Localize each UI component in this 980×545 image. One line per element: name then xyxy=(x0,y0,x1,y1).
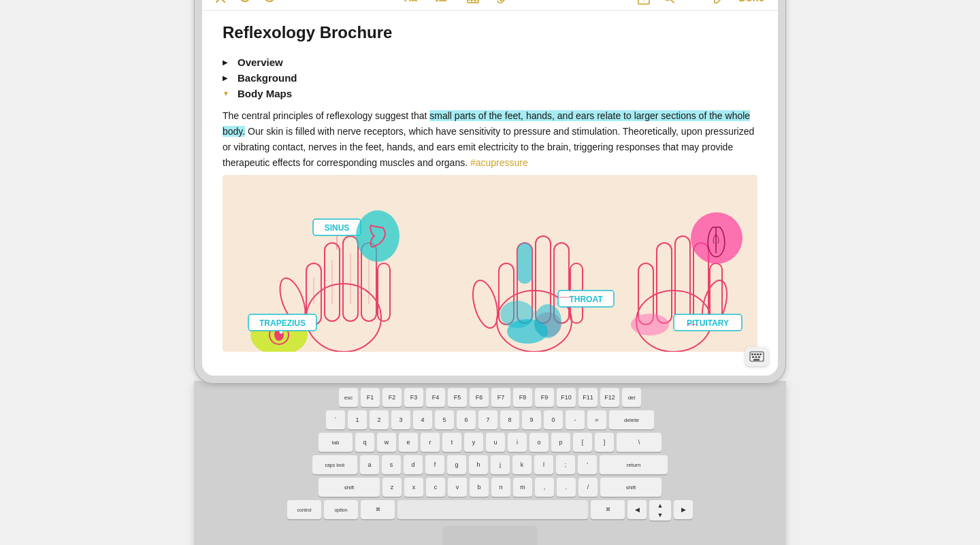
key-8[interactable]: 8 xyxy=(500,410,519,429)
svg-point-55 xyxy=(691,212,742,264)
key-n[interactable]: n xyxy=(491,478,510,497)
key-f5[interactable]: F5 xyxy=(448,388,467,407)
key-9[interactable]: 9 xyxy=(522,410,541,429)
key-backspace[interactable]: delete xyxy=(609,410,654,429)
key-f4[interactable]: F4 xyxy=(426,388,445,407)
svg-rect-66 xyxy=(757,354,759,356)
key-x[interactable]: x xyxy=(404,478,423,497)
key-rbracket[interactable]: ] xyxy=(595,433,614,452)
key-tab[interactable]: tab xyxy=(318,433,353,452)
key-caps[interactable]: caps lock xyxy=(312,455,357,474)
key-f[interactable]: f xyxy=(425,455,444,474)
key-left[interactable]: ◀ xyxy=(627,500,647,519)
key-f9[interactable]: F9 xyxy=(535,388,554,407)
key-up[interactable]: ▲ xyxy=(651,501,670,510)
svg-rect-6 xyxy=(468,0,478,3)
key-f12[interactable]: F12 xyxy=(600,388,619,407)
key-o[interactable]: o xyxy=(529,433,549,452)
key-f2[interactable]: F2 xyxy=(382,388,402,407)
key-space[interactable] xyxy=(397,500,588,519)
key-g[interactable]: g xyxy=(447,455,466,474)
key-shift-r[interactable]: shift xyxy=(600,478,662,497)
key-cmd-l[interactable]: ⌘ xyxy=(361,500,395,519)
key-f10[interactable]: F10 xyxy=(557,388,576,407)
key-i[interactable]: i xyxy=(508,433,527,452)
more-btn[interactable]: ··· xyxy=(685,0,703,6)
key-7[interactable]: 7 xyxy=(478,410,497,429)
redo-btn[interactable] xyxy=(261,0,278,5)
key-backslash[interactable]: \ xyxy=(617,433,662,452)
collapse-tool-btn[interactable] xyxy=(212,0,229,5)
key-m[interactable]: m xyxy=(513,478,532,497)
svg-text:SINUS: SINUS xyxy=(325,223,350,233)
key-f11[interactable]: F11 xyxy=(578,388,598,407)
key-d[interactable]: d xyxy=(404,455,423,474)
key-minus[interactable]: - xyxy=(566,410,585,429)
key-period[interactable]: . xyxy=(557,478,576,497)
background-label: Background xyxy=(238,72,297,84)
format-text-btn[interactable]: Aa xyxy=(402,0,420,5)
key-0[interactable]: 0 xyxy=(544,410,563,429)
key-1[interactable]: 1 xyxy=(348,410,367,429)
key-t[interactable]: t xyxy=(442,433,461,452)
find-btn[interactable] xyxy=(659,0,679,6)
key-2[interactable]: 2 xyxy=(370,410,389,429)
key-c[interactable]: c xyxy=(426,478,445,497)
key-b[interactable]: b xyxy=(470,478,489,497)
key-del[interactable]: del xyxy=(622,388,641,407)
key-s[interactable]: s xyxy=(382,455,401,474)
key-r[interactable]: r xyxy=(421,433,440,452)
hashtag[interactable]: #acupressure xyxy=(470,157,528,168)
key-p[interactable]: p xyxy=(551,433,570,452)
overview-item[interactable]: ▶ Overview xyxy=(223,54,757,70)
key-comma[interactable]: , xyxy=(535,478,554,497)
key-f7[interactable]: F7 xyxy=(491,388,510,407)
key-k[interactable]: k xyxy=(512,455,532,474)
key-a[interactable]: a xyxy=(360,455,379,474)
undo-btn[interactable] xyxy=(236,0,254,5)
key-shift-l[interactable]: shift xyxy=(318,478,380,497)
key-lbracket[interactable]: [ xyxy=(573,433,592,452)
key-u[interactable]: u xyxy=(486,433,505,452)
key-w[interactable]: w xyxy=(377,433,396,452)
key-j[interactable]: j xyxy=(491,455,510,474)
key-f3[interactable]: F3 xyxy=(404,388,423,407)
key-backtick[interactable]: ` xyxy=(326,410,345,429)
key-option[interactable]: option xyxy=(324,500,358,519)
key-right[interactable]: ▶ xyxy=(674,500,693,519)
attach-btn[interactable] xyxy=(495,0,512,6)
table-btn[interactable] xyxy=(463,0,483,5)
key-h[interactable]: h xyxy=(469,455,488,474)
key-e[interactable]: e xyxy=(399,433,418,452)
background-item[interactable]: ▶ Background xyxy=(223,70,757,86)
key-semicolon[interactable]: ; xyxy=(556,455,575,474)
key-cmd-r[interactable]: ⌘ xyxy=(591,500,625,519)
trackpad[interactable] xyxy=(442,526,538,545)
keyboard-toggle-btn[interactable] xyxy=(745,347,768,366)
key-5[interactable]: 5 xyxy=(435,410,454,429)
key-ctrl[interactable]: control xyxy=(287,500,321,519)
edit-note-btn[interactable] xyxy=(710,0,728,5)
done-btn[interactable]: Done xyxy=(735,0,769,5)
key-6[interactable]: 6 xyxy=(457,410,476,429)
key-l[interactable]: l xyxy=(534,455,553,474)
key-esc[interactable]: esc xyxy=(339,388,358,407)
key-down[interactable]: ▼ xyxy=(651,511,670,519)
body-maps-item[interactable]: ▼ Body Maps xyxy=(223,86,757,101)
key-f8[interactable]: F8 xyxy=(513,388,532,407)
key-f6[interactable]: F6 xyxy=(470,388,489,407)
share-btn[interactable] xyxy=(635,0,653,6)
list-btn[interactable] xyxy=(432,0,451,5)
key-4[interactable]: 4 xyxy=(413,410,432,429)
key-f1[interactable]: F1 xyxy=(361,388,380,407)
key-slash[interactable]: / xyxy=(578,478,598,497)
key-y[interactable]: y xyxy=(464,433,483,452)
key-3[interactable]: 3 xyxy=(391,410,410,429)
key-z[interactable]: z xyxy=(382,478,402,497)
key-equals[interactable]: = xyxy=(587,410,606,429)
key-q[interactable]: q xyxy=(355,433,374,452)
svg-text:PITUITARY: PITUITARY xyxy=(687,318,729,328)
key-v[interactable]: v xyxy=(448,478,467,497)
key-return[interactable]: return xyxy=(600,455,668,474)
key-apostrophe[interactable]: ' xyxy=(578,455,597,474)
